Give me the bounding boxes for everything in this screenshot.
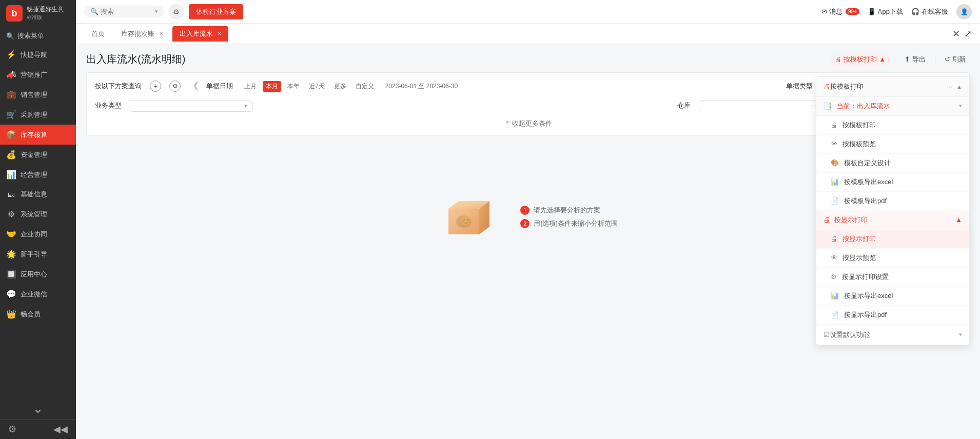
tab-inventory-flow[interactable]: 出入库流水 × — [172, 26, 229, 42]
user-icon: 👤 — [961, 8, 968, 15]
dropdown-display-print-settings[interactable]: ⚙ 按显示打印设置 — [816, 268, 969, 287]
date-label: 单据日期 — [206, 82, 233, 91]
logo-text: 畅捷通好生意 标准版 — [27, 6, 64, 21]
message-icon: ✉ — [821, 8, 827, 15]
sidebar-item-wechat[interactable]: 💬 企业微信 — [0, 284, 76, 304]
dropdown-print-icon: 🖨 — [824, 83, 830, 90]
topbar-search-input[interactable] — [101, 8, 152, 15]
dropdown-template-preview[interactable]: 👁 按模板预览 — [816, 135, 969, 154]
tab-batch-account[interactable]: 库存批次账 × — [114, 26, 170, 42]
empty-tip-1: 1 请先选择要分析的方案 — [520, 206, 617, 215]
newbie-icon: 🌟 — [6, 249, 16, 259]
message-btn[interactable]: ✉ 消息 99+ — [821, 7, 859, 16]
tab-batch-account-close[interactable]: × — [160, 30, 163, 37]
date-custom[interactable]: 自定义 — [352, 81, 377, 92]
tab-inventory-flow-close[interactable]: × — [218, 30, 221, 37]
sidebar-item-member[interactable]: 👑 畅会员 — [0, 304, 76, 324]
topbar: 🔍 ▾ ⚙ 体验行业方案 ✉ 消息 99+ 📱 App下载 🎧 在线客服 👤 — [76, 0, 980, 24]
sidebar-search[interactable]: 🔍 搜索菜单 — [0, 27, 76, 45]
sidebar-collapse-icon[interactable]: ◀◀ — [53, 424, 68, 435]
headset-icon: 🎧 — [911, 8, 919, 15]
print-arrow-up: ▲ — [879, 55, 886, 63]
tabs-maximize-btn[interactable]: ⤢ — [964, 28, 972, 39]
empty-tips: 1 请先选择要分析的方案 2 用[选项]条件来缩小分析范围 — [520, 206, 617, 232]
current-template-icon: 📑 — [824, 102, 832, 110]
sidebar-item-sales[interactable]: 💼 销售管理 — [0, 85, 76, 105]
operation-icon: 📊 — [6, 170, 16, 179]
sidebar-scroll-down[interactable] — [0, 404, 76, 419]
warehouse-input[interactable]: ··· — [699, 100, 822, 111]
business-type-label: 业务类型 — [95, 101, 122, 110]
sidebar-item-system[interactable]: ⚙ 系统管理 — [0, 204, 76, 224]
sidebar-item-app-center[interactable]: 🔲 应用中心 — [0, 264, 76, 284]
display-section-icon: 🖨 — [824, 216, 830, 224]
topbar-search-arrow: ▾ — [155, 8, 158, 15]
display-preview-icon: 👁 — [831, 254, 837, 262]
dropdown-display-pdf[interactable]: 📄 按显示导出pdf — [816, 306, 969, 325]
business-type-arrow: ▾ — [244, 103, 247, 109]
date-more[interactable]: 更多 — [331, 81, 349, 92]
dropdown-more-icon[interactable]: ··· — [947, 83, 952, 90]
dropdown-set-default[interactable]: ☑ 设置默认功能 ▾ — [816, 325, 969, 345]
date-filter: 上月 本月 本年 近7天 更多 自定义 — [241, 81, 377, 92]
date-this-year[interactable]: 本年 — [284, 81, 303, 92]
export-icon: ⬆ — [905, 55, 910, 63]
online-service-btn[interactable]: 🎧 在线客服 — [911, 7, 948, 16]
print-dropdown-panel: 🖨 按模板打印 ··· ▲ 📑 当前：出入库流水 ▾ 🖨 按模板打印 — [816, 76, 970, 345]
dropdown-template-excel[interactable]: 📊 按模板导出excel — [816, 173, 969, 192]
dropdown-template-pdf[interactable]: 📄 按模板导出pdf — [816, 192, 969, 211]
page-title: 出入库流水(流水明细) — [86, 52, 185, 66]
sidebar-item-basic[interactable]: 🗂 基础信息 — [0, 185, 76, 204]
main-content: 出入库流水(流水明细) 🖨 按模板打印 ▲ ⬆ 导出 ↺ 刷新 🖨 按模板 — [76, 44, 980, 439]
current-arrow: ▾ — [959, 103, 962, 109]
dropdown-template-custom[interactable]: 🎨 模板自定义设计 — [816, 154, 969, 173]
date-range: 2023-06-01 至 2023-06-30 — [385, 82, 458, 91]
date-current-month[interactable]: 本月 — [263, 81, 281, 92]
app-download-btn[interactable]: 📱 App下载 — [868, 7, 903, 16]
dropdown-display-excel[interactable]: 📊 按显示导出excel — [816, 287, 969, 306]
template-print-icon: 🖨 — [831, 121, 837, 129]
sidebar-item-inventory[interactable]: 📦 库存核算 — [0, 125, 76, 145]
dropdown-display-preview[interactable]: 👁 按显示预览 — [816, 249, 969, 268]
filter-collapse-btn[interactable]: 《 — [189, 80, 198, 92]
user-avatar[interactable]: 👤 — [956, 4, 972, 19]
tabs-bar: 首页 库存批次账 × 出入库流水 × ✕ ⤢ — [76, 24, 980, 44]
display-excel-icon: 📊 — [831, 292, 839, 300]
sidebar-item-purchase[interactable]: 🛒 采购管理 — [0, 105, 76, 125]
refresh-btn[interactable]: ↺ 刷新 — [940, 53, 970, 66]
app-center-icon: 🔲 — [6, 269, 16, 279]
filter-settings-btn[interactable]: ⚙ — [169, 81, 181, 92]
sidebar-item-quick-nav[interactable]: ⚡ 快捷导航 — [0, 45, 76, 65]
search-icon: 🔍 — [6, 32, 14, 40]
sidebar-item-newbie[interactable]: 🌟 新手引导 — [0, 244, 76, 264]
sidebar-item-finance[interactable]: 💰 资金管理 — [0, 145, 76, 165]
footer-arrow: ▾ — [959, 331, 962, 338]
date-last-7-days[interactable]: 近7天 — [306, 81, 328, 92]
sidebar-item-operation[interactable]: 📊 经营管理 — [0, 165, 76, 185]
dropdown-collapse-arrow[interactable]: ▲ — [956, 84, 962, 90]
sidebar-item-marketing[interactable]: 📣 营销推广 — [0, 65, 76, 85]
logo-icon: b — [6, 5, 23, 22]
dropdown-current-item[interactable]: 📑 当前：出入库流水 ▾ — [816, 97, 969, 116]
sidebar-settings-icon[interactable]: ⚙ — [8, 424, 16, 435]
date-prev-month[interactable]: 上月 — [241, 81, 260, 92]
action-divider-2 — [935, 55, 935, 64]
sidebar-item-enterprise[interactable]: 🤝 企业协同 — [0, 224, 76, 244]
filter-add-btn[interactable]: + — [150, 81, 161, 92]
topbar-search-box[interactable]: 🔍 ▾ — [84, 6, 164, 17]
tabs-close-all-btn[interactable]: ✕ — [952, 28, 960, 39]
dropdown-display-section[interactable]: 🖨 按显示打印 ▲ — [816, 211, 969, 230]
set-default-icon: ☑ — [824, 331, 830, 338]
topbar-left: 🔍 ▾ ⚙ 体验行业方案 — [84, 4, 821, 19]
dropdown-header: 🖨 按模板打印 ··· ▲ — [816, 77, 969, 97]
basic-icon: 🗂 — [6, 190, 16, 199]
page-actions: 🖨 按模板打印 ▲ ⬆ 导出 ↺ 刷新 🖨 按模板打印 ··· — [831, 53, 970, 66]
tab-home[interactable]: 首页 — [84, 26, 112, 42]
topbar-settings-btn[interactable]: ⚙ — [168, 4, 184, 19]
dropdown-display-print[interactable]: 🖨 按显示打印 — [816, 230, 969, 249]
print-template-btn[interactable]: 🖨 按模板打印 ▲ — [831, 53, 890, 66]
trial-industry-btn[interactable]: 体验行业方案 — [189, 4, 243, 19]
export-btn[interactable]: ⬆ 导出 — [900, 53, 930, 66]
dropdown-template-print[interactable]: 🖨 按模板打印 — [816, 116, 969, 135]
business-type-select[interactable]: ▾ — [130, 100, 253, 112]
